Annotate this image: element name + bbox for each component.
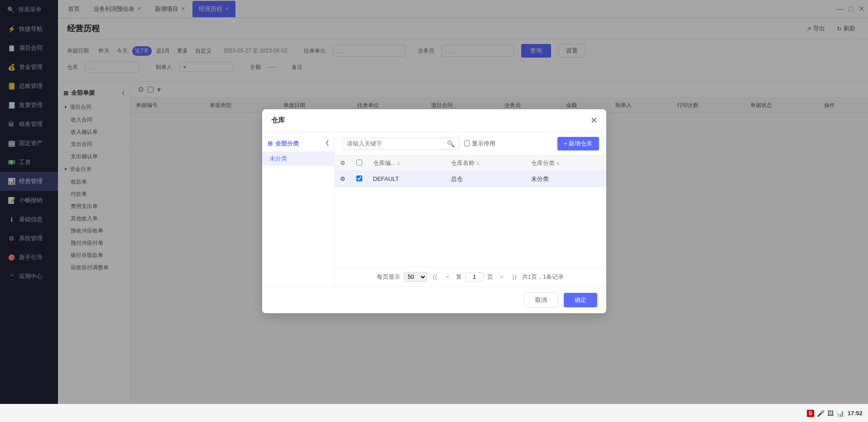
th-settings: ⚙	[335, 155, 351, 171]
taskbar: S 🎤 🖼 📊 17:52	[0, 404, 868, 422]
taskbar-icon-mic[interactable]: 🎤	[817, 410, 825, 417]
taskbar-icon-img[interactable]: 🖼	[827, 410, 834, 417]
show-disabled-label[interactable]: 显示停用	[464, 140, 495, 148]
taskbar-icons: S 🎤 🖼 📊	[807, 410, 844, 417]
dialog-total-label: 共1页，1条记录	[522, 273, 564, 281]
dialog-search-input[interactable]	[347, 140, 444, 147]
row-code: DEFAULT	[368, 171, 446, 187]
dialog-next-page[interactable]: ＞	[497, 272, 507, 282]
cancel-button[interactable]: 取消	[524, 292, 558, 308]
taskbar-icon-funnel[interactable]: 📊	[836, 410, 844, 417]
th-checkbox	[351, 155, 368, 171]
dialog-page-label: 页	[487, 273, 493, 281]
row-name: 总仓	[446, 171, 526, 187]
dialog-select-all[interactable]	[356, 160, 362, 165]
dialog-table-row[interactable]: ⚙ DEFAULT 总仓 未分类	[335, 171, 606, 187]
row-gear: ⚙	[335, 171, 351, 187]
dialog-first-page[interactable]: ⟨⟨	[431, 272, 439, 281]
search-icon: 🔍	[447, 140, 455, 147]
show-disabled-checkbox[interactable]	[464, 141, 470, 146]
add-warehouse-button[interactable]: + 新增仓库	[557, 137, 599, 150]
dialog-pagination: 每页显示 50 20 100 ⟨⟨ ＜ 算 页 ＞ ⟩⟩ 共1页，1条记录	[335, 267, 606, 286]
dialog-category-未分类[interactable]: 未分类	[262, 151, 334, 166]
dialog-table-header: ⚙ 仓库编...⇅ 仓库名称⇅ 仓库分类⇅	[335, 155, 606, 171]
dialog-close-btn[interactable]: ✕	[590, 116, 597, 126]
dialog-all-category[interactable]: ⊞ 全部分类 《	[262, 136, 334, 151]
dialog-body: ⊞ 全部分类 《 未分类 🔍 显示停用	[262, 132, 606, 286]
th-category: 仓库分类⇅	[526, 155, 606, 171]
dialog-per-page-label: 每页显示	[377, 273, 400, 281]
th-code: 仓库编...⇅	[368, 155, 446, 171]
dialog-footer: 取消 确定	[262, 286, 606, 313]
dialog-title: 仓库	[271, 116, 285, 125]
th-name: 仓库名称⇅	[446, 155, 526, 171]
dialog-prev-page[interactable]: ＜	[442, 272, 452, 282]
dialog-right-panel: 🔍 显示停用 + 新增仓库 ⚙	[335, 132, 606, 286]
dialog-page-input[interactable]	[465, 272, 484, 281]
taskbar-time: 17:52	[848, 410, 863, 417]
dialog-search-box[interactable]: 🔍	[342, 138, 460, 150]
dialog-calc-label: 算	[456, 273, 462, 281]
dialog-last-page[interactable]: ⟩⟩	[510, 272, 518, 281]
dialog-header: 仓库 ✕	[262, 109, 606, 132]
grid-icon-dialog: ⊞	[268, 140, 273, 147]
warehouse-dialog: 仓库 ✕ ⊞ 全部分类 《 未分类 🔍	[262, 109, 606, 313]
dialog-collapse-toggle[interactable]: 《	[322, 140, 329, 148]
confirm-button[interactable]: 确定	[564, 293, 597, 307]
row-category: 未分类	[526, 171, 606, 187]
dialog-overlay[interactable]: 仓库 ✕ ⊞ 全部分类 《 未分类 🔍	[0, 0, 868, 422]
dialog-per-page-select[interactable]: 50 20 100	[404, 272, 427, 282]
dialog-category-panel: ⊞ 全部分类 《 未分类	[262, 132, 335, 286]
taskbar-icon-s: S	[807, 410, 814, 417]
dialog-table: ⚙ 仓库编...⇅ 仓库名称⇅ 仓库分类⇅ ⚙ DEFAULT 总仓 未分类	[335, 155, 606, 187]
row-checkbox[interactable]	[351, 171, 368, 187]
dialog-table-wrap: ⚙ 仓库编...⇅ 仓库名称⇅ 仓库分类⇅ ⚙ DEFAULT 总仓 未分类	[335, 155, 606, 267]
dialog-toolbar: 🔍 显示停用 + 新增仓库	[335, 132, 606, 155]
